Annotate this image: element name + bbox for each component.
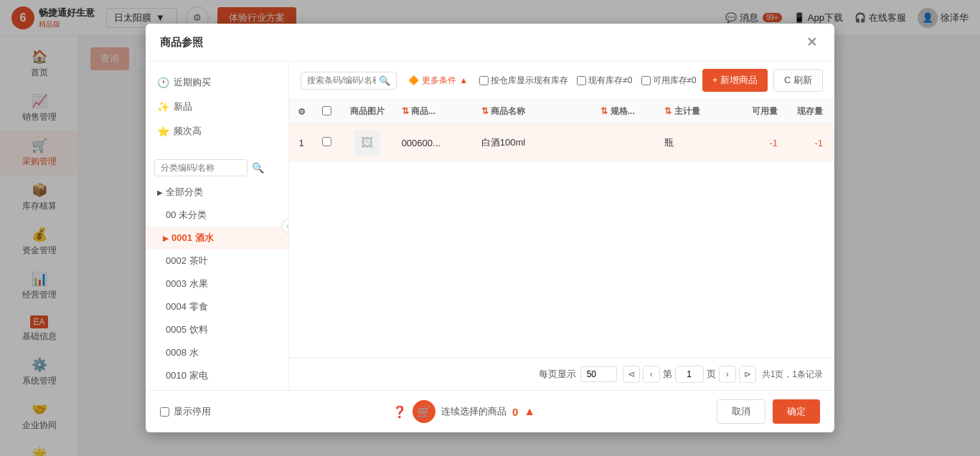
right-panel: 🔍 🔶 更多条件 ▲ 按仓库显示现有库存 — [289, 62, 834, 390]
col-header-settings: ⚙ — [289, 100, 314, 124]
per-page-select[interactable]: 50 100 — [580, 366, 617, 382]
category-0010-label: 0010 家电 — [166, 369, 208, 382]
left-panel-recent[interactable]: 🕐 近期购买 — [146, 70, 288, 95]
product-image: 🖼 — [354, 130, 380, 156]
category-00[interactable]: 00 未分类 — [146, 204, 288, 227]
category-0010[interactable]: 0010 家电 — [146, 364, 288, 387]
filter-button[interactable]: 🔶 更多条件 ▲ — [402, 72, 473, 90]
col-header-avail: 可用量 — [721, 100, 785, 124]
row-avail-cell: -1 — [721, 124, 785, 162]
new-label: 新品 — [174, 100, 192, 113]
category-0004[interactable]: 0004 零食 — [146, 295, 288, 318]
sort-icon-name: ⇅ — [481, 106, 489, 116]
product-reference-modal: 商品参照 ✕ 🕐 近期购买 ✨ 新品 ⭐ 频次高 — [146, 24, 834, 432]
row-num: 1 — [289, 124, 314, 162]
page-summary: 共1页，1条记录 — [762, 369, 823, 381]
checkbox-current-stock[interactable]: 现有库存≠0 — [577, 75, 632, 87]
product-table: ⚙ 商品图片 ⇅ 商品... — [289, 100, 834, 162]
filter-arrow-icon: ▲ — [459, 75, 468, 85]
category-search-row: 🔍 — [146, 155, 288, 181]
row-checkbox-cell — [314, 124, 340, 162]
col-header-spec[interactable]: ⇅ 规格... — [593, 100, 657, 124]
checkbox-warehouse-stock-label: 按仓库显示现有库存 — [491, 75, 568, 87]
select-all-checkbox[interactable] — [322, 106, 331, 115]
col-header-checkbox — [314, 100, 340, 124]
checkbox-warehouse-stock[interactable]: 按仓库显示现有库存 — [479, 75, 568, 87]
modal-header: 商品参照 ✕ — [146, 24, 834, 62]
category-0005[interactable]: 0005 饮料 — [146, 318, 288, 341]
page-navigation: ⊲ ‹ 第 页 › ⊳ — [623, 366, 756, 383]
checkbox-available-stock[interactable]: 可用库存≠0 — [641, 75, 697, 87]
category-0008[interactable]: 0008 水 — [146, 341, 288, 364]
sort-icon-unit: ⇅ — [664, 106, 672, 116]
row-code: 000600... — [402, 138, 440, 148]
search-icon: 🔍 — [379, 75, 390, 86]
add-product-button[interactable]: + 新增商品 — [702, 69, 768, 92]
category-search-icon[interactable]: 🔍 — [252, 162, 264, 174]
category-0003[interactable]: 0003 水果 — [146, 272, 288, 295]
last-page-button[interactable]: ⊳ — [739, 366, 756, 383]
row-stock: -1 — [814, 138, 823, 148]
category-0008-label: 0008 水 — [166, 346, 199, 359]
arrow-icon: ▶ — [157, 189, 163, 196]
category-0002[interactable]: 0002 茶叶 — [146, 250, 288, 272]
recent-icon: 🕐 — [157, 77, 169, 88]
product-search-bar: 🔍 — [301, 72, 397, 90]
footer-center: ❓ 🛒 连续选择的商品 0 ▲ — [392, 400, 535, 423]
checkbox-available-stock-input[interactable] — [641, 76, 651, 85]
row-img-cell: 🖼 — [340, 124, 395, 162]
category-0001-label: 0001 酒水 — [171, 232, 214, 244]
collapse-icon[interactable]: ▲ — [524, 405, 535, 418]
product-table-container: ⚙ 商品图片 ⇅ 商品... — [289, 100, 834, 358]
row-code-cell: 000600... — [395, 124, 474, 162]
cart-icon: 🛒 — [413, 400, 435, 423]
category-all[interactable]: ▶ 全部分类 — [146, 181, 288, 204]
action-buttons: + 新增商品 C 刷新 — [702, 69, 823, 92]
category-00-label: 00 未分类 — [166, 209, 207, 222]
cart-label: 连续选择的商品 — [441, 405, 507, 418]
col-header-img: 商品图片 — [340, 100, 395, 124]
first-page-button[interactable]: ⊲ — [623, 366, 640, 383]
product-search-input[interactable] — [307, 75, 376, 85]
col-header-unit[interactable]: ⇅ 主计量 — [657, 100, 721, 124]
col-header-code[interactable]: ⇅ 商品... — [395, 100, 474, 124]
filter-checkboxes: 按仓库显示现有库存 现有库存≠0 可用库存≠0 — [479, 75, 697, 87]
help-icon[interactable]: ❓ — [392, 405, 407, 419]
next-page-button[interactable]: › — [719, 366, 736, 383]
sort-icon-spec: ⇅ — [600, 106, 608, 116]
filter-icon: 🔶 — [408, 75, 419, 85]
active-arrow-icon: ▶ — [163, 234, 169, 242]
frequent-label: 频次高 — [174, 125, 202, 138]
recent-label: 近期购买 — [174, 76, 211, 89]
row-spec-cell — [593, 124, 657, 162]
row-unit-cell: 瓶 — [657, 124, 721, 162]
row-avail: -1 — [769, 138, 778, 148]
modal-title: 商品参照 — [160, 36, 203, 49]
cart-count: 0 — [512, 406, 518, 418]
category-0001[interactable]: ▶ 0001 酒水 — [146, 227, 288, 250]
row-checkbox[interactable] — [322, 137, 331, 146]
modal-body: 🕐 近期购买 ✨ 新品 ⭐ 频次高 🔍 — [146, 62, 834, 390]
checkbox-current-stock-input[interactable] — [577, 76, 586, 85]
col-header-name[interactable]: ⇅ 商品名称 — [474, 100, 594, 124]
category-0003-label: 0003 水果 — [166, 277, 208, 290]
display-disabled-checkbox[interactable] — [160, 407, 169, 417]
page-size-selector: 每页显示 50 100 — [539, 366, 617, 382]
row-unit: 瓶 — [664, 137, 674, 148]
refresh-button[interactable]: C 刷新 — [773, 69, 823, 92]
category-search-input[interactable] — [154, 159, 248, 176]
confirm-button[interactable]: 确定 — [773, 399, 820, 424]
modal-close-button[interactable]: ✕ — [803, 34, 820, 51]
prev-page-button[interactable]: ‹ — [643, 366, 660, 383]
table-row[interactable]: 1 🖼 000600... — [289, 124, 834, 162]
display-disabled-label: 显示停用 — [174, 405, 211, 418]
checkbox-warehouse-stock-input[interactable] — [479, 76, 489, 85]
left-panel-frequent[interactable]: ⭐ 频次高 — [146, 119, 288, 143]
cancel-button[interactable]: 取消 — [717, 399, 765, 424]
modal-overlay: 商品参照 ✕ 🕐 近期购买 ✨ 新品 ⭐ 频次高 — [0, 0, 980, 456]
checkbox-current-stock-label: 现有库存≠0 — [588, 75, 632, 87]
left-panel-new[interactable]: ✨ 新品 — [146, 95, 288, 119]
modal-footer: 显示停用 ❓ 🛒 连续选择的商品 0 ▲ 取消 确定 — [146, 390, 834, 432]
page-number-input[interactable] — [675, 366, 704, 383]
page-label: 第 — [663, 368, 672, 381]
